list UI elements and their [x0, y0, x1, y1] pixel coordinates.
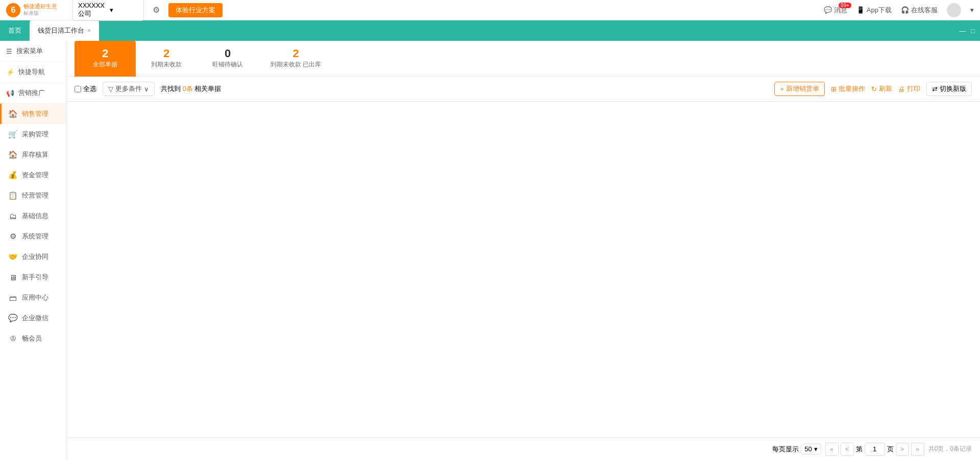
sidebar-item-guide[interactable]: 🖥 新手引导 — [0, 267, 66, 287]
stats-overdue-count: 2 — [148, 47, 185, 60]
refresh-button[interactable]: ↻ 刷新 — [871, 84, 892, 93]
sidebar-item-capital[interactable]: 💰 资金管理 — [0, 165, 66, 185]
wechat-icon: 💬 — [8, 313, 18, 323]
sidebar-inventory-label: 库存核算 — [22, 150, 48, 159]
tab-active[interactable]: 钱货日清工作台 × — [30, 20, 99, 41]
sidebar-item-inventory[interactable]: 🏠 库存核算 — [0, 144, 66, 165]
sidebar-item-marketing[interactable]: 📢 营销推广 — [0, 83, 66, 104]
tab-home[interactable]: 首页 — [0, 20, 30, 41]
avatar[interactable] — [947, 3, 961, 17]
select-all-checkbox[interactable]: 全选 — [75, 84, 96, 93]
stats-tab-overdue[interactable]: 2 到期未收款 — [136, 41, 197, 76]
sidebar-item-member[interactable]: ♔ 畅会员 — [0, 328, 66, 349]
select-all-label: 全选 — [83, 84, 96, 93]
maximize-icon[interactable]: □ — [971, 27, 975, 35]
sidebar-item-search[interactable]: ☰ 搜索菜单 — [0, 41, 66, 62]
page-label: 第 — [856, 445, 863, 454]
content-area: 2 全部单据 2 到期未收款 0 旺铺待确认 2 到期未收款 已出库 全选 — [66, 41, 980, 460]
sidebar-item-wechat[interactable]: 💬 企业微信 — [0, 308, 66, 328]
sidebar-item-enterprise[interactable]: 🤝 企业协同 — [0, 247, 66, 267]
stats-tab-all[interactable]: 2 全部单据 — [75, 41, 136, 77]
trial-button[interactable]: 体验行业方案 — [168, 3, 223, 17]
stats-all-label: 全部单据 — [93, 61, 117, 68]
toolbar: 全选 ▽ 更多条件 ∨ 共找到 0条 相关单据 + 新增销货单 — [66, 77, 980, 102]
app-download-button[interactable]: 📱 App下载 — [856, 6, 892, 15]
stats-tab-wangpu[interactable]: 0 旺铺待确认 — [197, 41, 258, 76]
capital-icon: 💰 — [8, 171, 18, 180]
sidebar-item-basic-info[interactable]: 🗂 基础信息 — [0, 206, 66, 226]
last-page-button[interactable]: » — [911, 443, 924, 456]
refresh-label: 刷新 — [879, 84, 892, 93]
per-page-label: 每页显示 — [772, 445, 799, 454]
minimize-icon[interactable]: — — [959, 27, 966, 35]
member-icon: ♔ — [8, 334, 18, 343]
app-logo-icon: 6 — [6, 3, 20, 17]
prev-page-button[interactable]: < — [841, 443, 854, 456]
switch-new-version-button[interactable]: ⇄ 切换新版 — [926, 82, 972, 96]
tab-active-label: 钱货日清工作台 — [38, 26, 84, 35]
select-all-input[interactable] — [75, 86, 81, 92]
tab-home-label: 首页 — [8, 26, 21, 35]
basic-info-icon: 🗂 — [8, 212, 18, 221]
tab-close-button[interactable]: × — [87, 27, 91, 34]
enterprise-icon: 🤝 — [8, 252, 18, 261]
stats-all-count: 2 — [87, 47, 124, 60]
new-sales-button[interactable]: + 新增销货单 — [774, 82, 825, 96]
sales-icon: 🏠 — [8, 109, 18, 118]
sidebar-quick-nav-label: 快捷导航 — [18, 67, 45, 77]
sidebar-capital-label: 资金管理 — [22, 171, 48, 180]
last-page-icon: » — [916, 445, 919, 453]
pagination: 每页显示 50 ▾ « < 第 页 > — [66, 438, 980, 460]
next-page-button[interactable]: > — [896, 443, 909, 456]
user-menu[interactable]: ▾ — [970, 6, 974, 14]
refresh-icon: ↻ — [871, 85, 877, 93]
chevron-down-icon: ▾ — [970, 6, 974, 14]
per-page-value: 50 — [804, 445, 812, 453]
top-header: 6 畅捷通好生意 标准版 XXXXXX公司 ▾ ⚙ 体验行业方案 💬 消息 99… — [0, 0, 980, 20]
stats-tab-shipped[interactable]: 2 到期未收款 已出库 — [258, 41, 333, 76]
sidebar-search-label: 搜索菜单 — [16, 46, 43, 56]
page-input[interactable] — [865, 443, 885, 456]
batch-operation-button[interactable]: ⊞ 批量操作 — [831, 84, 865, 93]
sidebar-item-system[interactable]: ⚙ 系统管理 — [0, 226, 66, 247]
chevron-down-icon: ▾ — [814, 445, 818, 453]
per-page-select[interactable]: 50 ▾ — [801, 444, 821, 454]
print-icon: 🖨 — [898, 85, 905, 93]
guide-icon: 🖥 — [8, 273, 18, 282]
download-icon: 📱 — [856, 6, 865, 14]
settings-button[interactable]: ⚙ — [149, 3, 163, 17]
chevron-down-icon: ▾ — [110, 6, 138, 14]
page-size-selector: 每页显示 50 ▾ — [772, 444, 821, 454]
stats-shipped-count: 2 — [271, 47, 321, 60]
sidebar-item-quick-nav[interactable]: ⚡ 快捷导航 — [0, 62, 66, 83]
online-service-button[interactable]: 🎧 在线客服 — [901, 6, 938, 15]
messages-button[interactable]: 💬 消息 99+ — [824, 6, 847, 15]
print-button[interactable]: 🖨 打印 — [898, 84, 920, 93]
sidebar-item-sales[interactable]: 🏠 销售管理 — [0, 104, 66, 124]
sidebar-item-app-center[interactable]: 🗃 应用中心 — [0, 287, 66, 308]
quick-nav-icon: ⚡ — [6, 68, 14, 76]
switch-icon: ⇄ — [932, 85, 938, 93]
found-count: 0条 — [183, 85, 193, 92]
sidebar-wechat-label: 企业微信 — [22, 313, 48, 323]
marketing-icon: 📢 — [6, 89, 14, 97]
stats-tabs: 2 全部单据 2 到期未收款 0 旺铺待确认 2 到期未收款 已出库 — [66, 41, 980, 77]
stats-wangpu-count: 0 — [209, 47, 246, 60]
inventory-icon: 🏠 — [8, 150, 18, 159]
message-icon: 💬 — [824, 6, 832, 14]
sidebar-item-operations[interactable]: 📋 经营管理 — [0, 185, 66, 206]
toolbar-left: 全选 ▽ 更多条件 ∨ 共找到 0条 相关单据 — [75, 82, 221, 96]
sidebar-item-purchase[interactable]: 🛒 采购管理 — [0, 124, 66, 144]
operations-icon: 📋 — [8, 191, 18, 200]
service-icon: 🎧 — [901, 6, 909, 14]
switch-label: 切换新版 — [940, 84, 966, 93]
sidebar-sales-label: 销售管理 — [22, 109, 48, 118]
first-page-button[interactable]: « — [825, 443, 839, 456]
tab-window-controls: — □ — [959, 27, 980, 35]
header-right: 💬 消息 99+ 📱 App下载 🎧 在线客服 ▾ — [824, 3, 974, 17]
total-info: 共0页，0条记录 — [928, 445, 972, 453]
sidebar-app-center-label: 应用中心 — [22, 293, 48, 302]
table-area — [66, 102, 980, 438]
company-selector[interactable]: XXXXXX公司 ▾ — [72, 0, 144, 21]
filter-button[interactable]: ▽ 更多条件 ∨ — [103, 82, 155, 96]
